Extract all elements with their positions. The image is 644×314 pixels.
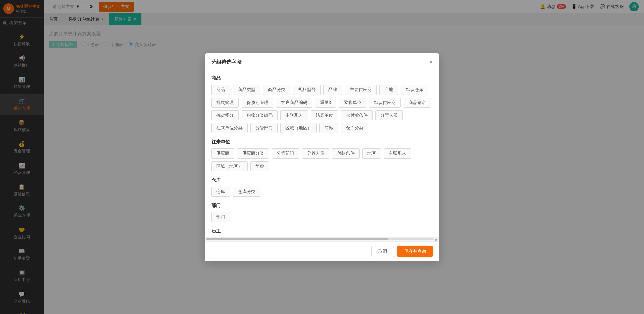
modal-close-button[interactable]: × [429,59,433,66]
section-counterpart: 往来单位 供应商 供应商分类 分管部门 分管人员 付款条件 地区 主联系人 区域… [211,139,433,171]
section-warehouse: 仓库 仓库 仓库分类 [211,177,433,197]
section-goods: 商品 商品 商品类型 商品分类 规格型号 品牌 主要供应商 产地 默认仓库 批次… [211,75,433,133]
modal-horizontal-scrollbar[interactable]: ▶ [205,237,439,241]
field-counterpart-category[interactable]: 往来单位分类 [211,123,248,133]
main-content: 请选择方案 ▼ ⚙ 体验行业方案 🔔 消息 99+ 📱 App下载 [44,0,644,314]
field-supervisor-2[interactable]: 分管人员 [302,148,329,159]
field-pick-points[interactable]: 拣货积分 [211,110,239,120]
warehouse-fields: 仓库 仓库分类 [211,187,433,197]
goods-fields: 商品 商品类型 商品分类 规格型号 品牌 主要供应商 产地 默认仓库 批次管理 … [211,85,433,133]
section-employee-title: 员工 [211,228,433,234]
cancel-button[interactable]: 取消 [371,246,394,257]
modal-title: 分组待选字段 [211,59,241,65]
section-employee: 员工 业务员 [211,228,433,237]
field-dept[interactable]: 部门 [211,212,230,222]
field-tax-code[interactable]: 税收分类编码 [241,110,278,120]
field-goods-type[interactable]: 商品类型 [233,85,260,95]
modal-header: 分组待选字段 × [205,53,439,70]
section-counterpart-title: 往来单位 [211,139,433,145]
field-warehouse-category[interactable]: 仓库分类 [341,123,368,133]
field-dept-mgmt[interactable]: 分管部门 [250,123,278,133]
field-weight[interactable]: 重量3 [315,98,336,108]
field-supervisor[interactable]: 分管人员 [375,110,403,120]
field-customer-code[interactable]: 客户商品编码 [276,98,312,108]
field-retail-unit[interactable]: 零售单位 [339,98,366,108]
field-default-supplier[interactable]: 默认供应商 [369,98,401,108]
field-goods-category[interactable]: 商品分类 [263,85,290,95]
field-supplier-category[interactable]: 供应商分类 [237,148,269,159]
field-main-contact[interactable]: 主联系人 [280,110,308,120]
field-batch-mgmt[interactable]: 批次管理 [211,98,239,108]
field-goods-alias[interactable]: 商品别名 [404,98,431,108]
dept-fields: 部门 [211,212,433,222]
field-goods[interactable]: 商品 [211,85,230,95]
field-warehouse[interactable]: 仓库 [211,187,230,197]
field-payment-terms[interactable]: 收付款条件 [341,110,373,120]
modal-body: 商品 商品 商品类型 商品分类 规格型号 品牌 主要供应商 产地 默认仓库 批次… [205,70,439,237]
field-default-warehouse[interactable]: 默认仓库 [401,85,428,95]
section-department: 部门 部门 [211,203,433,222]
field-supplier[interactable]: 供应商 [211,148,234,159]
field-expiry-mgmt[interactable]: 保质期管理 [241,98,273,108]
field-brand[interactable]: 品牌 [323,85,342,95]
field-dept-mgmt-2[interactable]: 分管部门 [272,148,299,159]
field-region-2[interactable]: 区域（地区） [211,161,248,171]
field-settlement-unit[interactable]: 结算单位 [311,110,338,120]
section-goods-title: 商品 [211,75,433,81]
field-payment-terms-2[interactable]: 付款条件 [332,148,360,159]
scroll-right-arrow[interactable]: ▶ [435,238,438,241]
field-district[interactable]: 地区 [362,148,381,159]
field-spec-model[interactable]: 规格型号 [293,85,321,95]
field-main-contact-2[interactable]: 主联系人 [384,148,411,159]
field-short-name-2[interactable]: 简称 [250,161,269,171]
modal-overlay: 分组待选字段 × 商品 商品 商品类型 商品分类 规格型号 品牌 主要供应商 [0,0,644,314]
field-selection-modal: 分组待选字段 × 商品 商品 商品类型 商品分类 规格型号 品牌 主要供应商 [205,53,439,261]
field-short-name[interactable]: 简称 [319,123,338,133]
field-warehouse-cat[interactable]: 仓库分类 [233,187,260,197]
counterpart-fields: 供应商 供应商分类 分管部门 分管人员 付款条件 地区 主联系人 区域（地区） … [211,148,433,171]
save-query-button[interactable]: 保存并查询 [397,246,433,257]
section-warehouse-title: 仓库 [211,177,433,183]
field-main-supplier[interactable]: 主要供应商 [345,85,377,95]
modal-footer: 取消 保存并查询 [205,241,439,261]
field-origin[interactable]: 产地 [379,85,398,95]
section-dept-title: 部门 [211,203,433,209]
field-region[interactable]: 区域（地区） [280,123,317,133]
